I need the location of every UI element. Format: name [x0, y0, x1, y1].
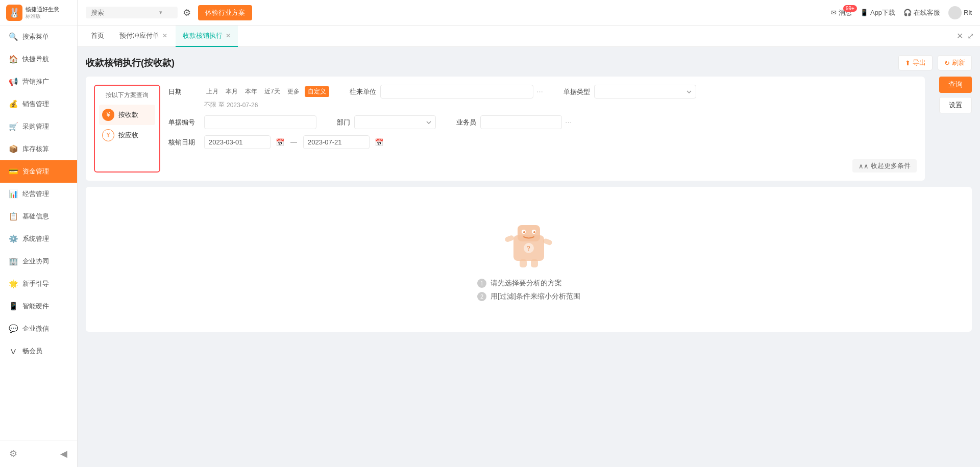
filter-fields: 日期 上月 本月 本年 近7天 更多 自定义 往来单位 ··· [168, 85, 917, 173]
tab-label-home: 首页 [91, 31, 104, 40]
tab-close-receipt[interactable]: ✕ [226, 32, 231, 39]
filter-area: 按以下方案查询 ¥ 按收款 ¥ 按应收 日期 上月 本月 本年 [86, 77, 925, 181]
date-opt-this-year[interactable]: 本年 [243, 86, 259, 97]
tab-close-prepay[interactable]: ✕ [162, 32, 167, 39]
date-opt-last-month[interactable]: 上月 [204, 86, 220, 97]
topbar-message[interactable]: ✉ 消息 99+ [831, 8, 852, 17]
close-tab-icon[interactable]: ✕ [957, 31, 963, 41]
verify-date-start-input[interactable] [204, 135, 271, 149]
tab-label-receipt: 收款核销执行 [183, 31, 223, 40]
topbar-user[interactable]: Rit [948, 6, 972, 19]
filter-row-date-display: 不限 至 2023-07-26 [168, 101, 917, 109]
sidebar-label-basic: 基础信息 [22, 212, 49, 221]
partner-label: 往来单位 [350, 87, 376, 96]
sidebar-item-quicknav[interactable]: 🏠 快捷导航 [0, 48, 77, 70]
inventory-nav-icon: 📦 [8, 144, 18, 154]
fullscreen-tab-icon[interactable]: ⤢ [967, 31, 974, 41]
sidebar-item-hardware[interactable]: 📱 智能硬件 [0, 295, 77, 317]
verify-date-range: 📅 — 📅 [204, 135, 383, 149]
service-icon: 🎧 [903, 9, 912, 16]
quicknav-nav-icon: 🏠 [8, 54, 18, 64]
doc-type-label: 单据类型 [564, 87, 590, 96]
sidebar-label-member: 畅会员 [22, 347, 42, 356]
content-area: 收款核销执行(按收款) ⬆ 导出 ↻ 刷新 按以下方案查询 ¥ 按收款 [78, 47, 980, 467]
sidebar-item-guide[interactable]: 🌟 新手引导 [0, 273, 77, 295]
topbar-right: ✉ 消息 99+ 📱 App下载 🎧 在线客服 Rit [831, 6, 972, 19]
sidebar-label-system: 系统管理 [22, 234, 49, 243]
verify-date-label: 核销日期 [168, 138, 204, 147]
verify-date-end-input[interactable] [303, 135, 370, 149]
filter-row-date: 日期 上月 本月 本年 近7天 更多 自定义 往来单位 ··· [168, 85, 917, 99]
sidebar-item-member[interactable]: V 畅会员 [0, 340, 77, 362]
sidebar-item-marketing[interactable]: 📢 营销推广 [0, 70, 77, 93]
sidebar-label-wechat: 企业微信 [22, 324, 49, 333]
tab-receipt[interactable]: 收款核销执行✕ [176, 26, 238, 47]
sidebar-label-hardware: 智能硬件 [22, 302, 49, 311]
filter-option-by-receipt[interactable]: ¥ 按收款 [99, 105, 155, 125]
tab-label-prepay: 预付冲应付单 [119, 31, 159, 40]
empty-illustration: ? [498, 217, 559, 268]
filter-settings-button[interactable]: 设置 [939, 97, 972, 113]
date-opt-more[interactable]: 更多 [285, 86, 302, 97]
chevron-up-icon: ∧∧ [859, 162, 869, 170]
settings-footer-icon[interactable]: ⚙ [5, 446, 21, 462]
collapse-sidebar-icon[interactable]: ◀ [56, 446, 72, 462]
topbar-search-input[interactable] [91, 9, 157, 16]
query-button[interactable]: 查询 [939, 77, 972, 93]
employee-input[interactable] [480, 115, 562, 129]
sidebar-item-wechat[interactable]: 💬 企业微信 [0, 317, 77, 340]
sidebar-item-basic[interactable]: 📋 基础信息 [0, 205, 77, 228]
date-opt-this-month[interactable]: 本月 [224, 86, 240, 97]
date-opt-7days[interactable]: 近7天 [262, 86, 282, 97]
filter-option-by-receivable[interactable]: ¥ 按应收 [99, 125, 155, 145]
partner-dots-icon[interactable]: ··· [536, 87, 543, 96]
export-button[interactable]: ⬆ 导出 [898, 55, 933, 70]
purchase-nav-icon: 🛒 [8, 121, 18, 132]
topbar-online-service[interactable]: 🎧 在线客服 [903, 8, 940, 17]
date-opt-custom[interactable]: 自定义 [305, 86, 329, 97]
sidebar-label-marketing: 营销推广 [22, 77, 49, 86]
topbar-left: ▾ ⚙ 体验行业方案 [86, 5, 831, 20]
message-badge: 99+ [843, 5, 857, 12]
sidebar-item-finance[interactable]: 💳 资金管理 [0, 160, 77, 183]
employee-dots-icon[interactable]: ··· [565, 118, 572, 127]
tabs-bar: 首页预付冲应付单✕收款核销执行✕ ✕ ⤢ [78, 26, 980, 47]
page-actions: ⬆ 导出 ↻ 刷新 [898, 55, 972, 70]
sidebar-item-inventory[interactable]: 📦 库存核算 [0, 138, 77, 160]
empty-tip-1: 1 请先选择要分析的方案 [477, 279, 580, 288]
topbar-app-download[interactable]: 📱 App下载 [860, 8, 895, 17]
sidebar-item-purchase[interactable]: 🛒 采购管理 [0, 115, 77, 138]
sidebar-nav: 🔍 搜索菜单 🏠 快捷导航 📢 营销推广 💰 销售管理 🛒 采购管理 📦 库存核… [0, 26, 77, 440]
sidebar-item-search[interactable]: 🔍 搜索菜单 [0, 26, 77, 48]
sidebar-item-system[interactable]: ⚙️ 系统管理 [0, 228, 77, 250]
refresh-button[interactable]: ↻ 刷新 [938, 55, 972, 70]
date-end-display: 2023-07-26 [227, 102, 258, 109]
topbar-gear-icon[interactable]: ⚙ [183, 7, 191, 18]
corp-nav-icon: 🏢 [8, 256, 18, 266]
date-range-dash: — [290, 138, 297, 146]
filter-option-icon-by-receipt: ¥ [102, 109, 114, 121]
calendar-start-icon[interactable]: 📅 [276, 138, 284, 146]
industry-solution-button[interactable]: 体验行业方案 [198, 5, 252, 20]
app-icon: 📱 [860, 9, 868, 16]
dept-select[interactable] [354, 115, 436, 129]
date-no-limit: 不限 [204, 101, 216, 109]
partner-input[interactable] [380, 85, 533, 99]
sidebar-item-corp[interactable]: 🏢 企业协同 [0, 250, 77, 273]
calendar-end-icon[interactable]: 📅 [375, 138, 383, 146]
doc-type-select[interactable] [594, 85, 696, 99]
doc-num-input[interactable] [204, 115, 316, 129]
tab-home[interactable]: 首页 [84, 26, 111, 47]
svg-rect-8 [520, 259, 527, 267]
sidebar-label-inventory: 库存核算 [22, 144, 49, 154]
tab-prepay[interactable]: 预付冲应付单✕ [112, 26, 175, 47]
tabs-actions: ✕ ⤢ [957, 31, 974, 41]
svg-rect-9 [531, 259, 538, 267]
collapse-conditions-button[interactable]: ∧∧ 收起更多条件 [852, 159, 917, 173]
sidebar-item-sales[interactable]: 💰 销售管理 [0, 93, 77, 115]
sidebar-label-purchase: 采购管理 [22, 122, 49, 131]
date-to-label: 至 [218, 101, 225, 109]
sidebar-item-operation[interactable]: 📊 经营管理 [0, 183, 77, 205]
sidebar-label-finance: 资金管理 [22, 167, 49, 176]
wechat-nav-icon: 💬 [8, 324, 18, 334]
